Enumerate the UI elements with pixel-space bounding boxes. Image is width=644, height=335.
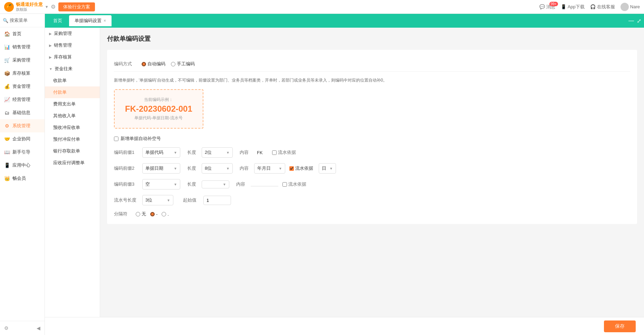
sub-menu-purchase[interactable]: ▶ 采购管理 [45,28,100,39]
prefix3-length-select[interactable]: ▼ [202,180,229,188]
sidebar-settings-button[interactable]: ⚙ [3,324,10,332]
sidebar-item-system[interactable]: ⚙ 系统管理 [0,119,45,132]
sub-menu-prepaid-receivable[interactable]: 预收冲应收单 [45,122,100,133]
sep-none-radio[interactable] [136,212,140,216]
expand-icon[interactable]: ⤢ [637,18,641,24]
sidebar-item-label-purchase: 采购管理 [12,57,30,63]
prefix1-select[interactable]: 单据代码 ▼ [142,147,180,158]
search-menu[interactable]: 🔍 搜索菜单 [0,14,45,27]
sep-dot-option[interactable]: . [162,212,169,217]
tab-home-label: 首页 [53,18,62,24]
sidebar-item-apps[interactable]: 📱 应用中心 [0,159,45,172]
prefix3-stream-input[interactable] [282,182,287,187]
prefix3-content-label: 内容 [236,181,245,187]
sub-menu-purchase-label: 采购管理 [54,30,72,37]
sub-menu-inventory[interactable]: ▶ 库存核算 [45,51,100,63]
prefix2-content-select[interactable]: 年月日 ▼ [254,163,285,174]
serial-length-arrow-icon: ▼ [167,198,170,202]
separator-row: 分隔符 无 - . [114,211,630,217]
sub-menu-bank[interactable]: 银行存取款单 [45,145,100,157]
sidebar-item-guide[interactable]: 📖 新手引导 [0,146,45,159]
home-icon: 🏠 [4,31,10,37]
online-service-button[interactable]: 🎧 在线客服 [590,4,615,10]
sidebar-item-finance[interactable]: 💰 资金管理 [0,80,45,93]
prefix1-stream-checkbox[interactable]: 流水依据 [272,149,296,156]
settings-icon[interactable]: ⚙ [51,3,56,10]
sep-dash-option[interactable]: - [150,212,157,217]
tab-close-icon[interactable]: × [104,18,106,23]
sub-menu-prepaid-payment[interactable]: 预付冲应付单 [45,133,100,145]
app-download-button[interactable]: 📱 App下载 [561,4,585,10]
secondary-layout: ▶ 采购管理 ▶ 销售管理 ▶ 库存核算 ▼ 资金往来 收款单 [45,28,644,317]
secondary-sidebar: ▶ 采购管理 ▶ 销售管理 ▶ 库存核算 ▼ 资金往来 收款单 [45,28,100,317]
prefix3-stream-checkbox[interactable]: 流水依据 [282,181,306,187]
sidebar-item-basic[interactable]: 🗂 基础信息 [0,106,45,119]
start-value-label: 起始值 [183,197,196,203]
prefix2-stream-unit-select[interactable]: 日 ▼ [319,163,336,174]
member-icon: 👑 [4,176,10,181]
prefix1-stream-input[interactable] [272,150,277,155]
prefix2-value: 单据日期 [145,165,163,171]
sub-menu-sales[interactable]: ▶ 销售管理 [45,39,100,51]
sub-menu-receivable-payable[interactable]: 应收应付调整单 [45,157,100,169]
tab-home[interactable]: 首页 [48,15,68,26]
sidebar-nav: 🏠 首页 📊 销售管理 🛒 采购管理 📦 库存核算 💰 资金管理 📈 经 [0,27,45,321]
manual-code-radio[interactable] [171,62,175,66]
sep-dot-radio[interactable] [162,212,166,216]
prefix2-stream-input[interactable] [289,166,294,171]
serial-length-label: 流水号长度 [114,197,138,203]
minimize-icon[interactable]: — [628,18,634,24]
sidebar-item-purchase[interactable]: 🛒 采购管理 [0,54,45,67]
prefix2-length-select[interactable]: 8位 ▼ [202,163,233,174]
sub-menu-receipt[interactable]: 收款单 [45,75,100,86]
sub-menu-expense[interactable]: 费用支出单 [45,98,100,110]
sep-none-option[interactable]: 无 [136,211,146,217]
basic-icon: 🗂 [4,110,10,115]
prefix2-length-value: 8位 [205,165,212,171]
serial-length-select[interactable]: 3位 ▼ [142,195,173,205]
sub-menu-inventory-label: 库存核算 [54,54,72,60]
sidebar: 🔍 搜索菜单 🏠 首页 📊 销售管理 🛒 采购管理 📦 库存核算 💰 [0,14,45,335]
sidebar-item-home[interactable]: 🏠 首页 [0,27,45,40]
topbar-left: 🍊 畅通道好生意 旗舰版 ▾ ⚙ 体验行业方案 [4,2,95,12]
save-button[interactable]: 保存 [604,320,636,332]
manual-code-option[interactable]: 手工编码 [171,61,195,67]
auto-code-radio[interactable] [142,62,146,66]
sidebar-item-label-apps: 应用中心 [12,162,30,168]
sidebar-item-sales[interactable]: 📊 销售管理 [0,40,45,54]
tabs-bar: 首页 单据编码设置 × — ⤢ [45,14,644,28]
nav-dropdown-icon[interactable]: ▾ [46,4,48,9]
sidebar-collapse-button[interactable]: ◀ [35,324,42,332]
service-icon: 🎧 [590,4,596,9]
tab-active[interactable]: 单据编码设置 × [69,15,112,26]
sub-menu-capital[interactable]: ▼ 资金往来 [45,63,100,75]
start-value-input[interactable] [203,196,231,205]
sidebar-item-inventory[interactable]: 📦 库存核算 [0,67,45,80]
prefix2-select[interactable]: 单据日期 ▼ [142,163,180,174]
preview-code: FK-20230602-001 [125,104,192,114]
sub-menu-payment[interactable]: 付款单 [45,86,100,98]
sidebar-item-enterprise[interactable]: 🤝 企业协同 [0,132,45,146]
sidebar-item-label-system: 系统管理 [12,123,30,129]
sep-dash-radio[interactable] [150,212,155,216]
preview-box: 当前编码示例： FK-20230602-001 单据代码-单据日期-流水号 [114,89,203,129]
prefix2-stream-unit: 日 [322,165,326,171]
sep-none-label: 无 [142,211,146,217]
sidebar-item-label-sales: 销售管理 [12,44,30,50]
preview-desc: 单据代码-单据日期-流水号 [125,115,192,121]
sub-menu-other-income[interactable]: 其他收入单 [45,110,100,122]
sub-menu-receivable-payable-label: 应收应付调整单 [53,160,85,165]
cta-button[interactable]: 体验行业方案 [58,2,95,11]
auto-code-option[interactable]: 自动编码 [142,61,165,67]
user-profile[interactable]: Nare [621,3,640,11]
prefix1-length-arrow-icon: ▼ [226,151,230,155]
prefix3-select[interactable]: 空 ▼ [142,179,180,189]
prefix3-row: 编码前缀3 空 ▼ 长度 ▼ 内容 [114,179,630,189]
message-button[interactable]: 💬 消息 99+ [539,4,555,10]
sidebar-item-member[interactable]: 👑 畅会员 [0,172,45,185]
sidebar-item-label-member: 畅会员 [12,175,26,182]
auto-fill-checkbox[interactable] [114,137,118,141]
sidebar-item-operations[interactable]: 📈 经营管理 [0,93,45,106]
prefix1-length-select[interactable]: 2位 ▼ [202,147,233,158]
sub-menu-capital-label: 资金往来 [55,66,73,72]
